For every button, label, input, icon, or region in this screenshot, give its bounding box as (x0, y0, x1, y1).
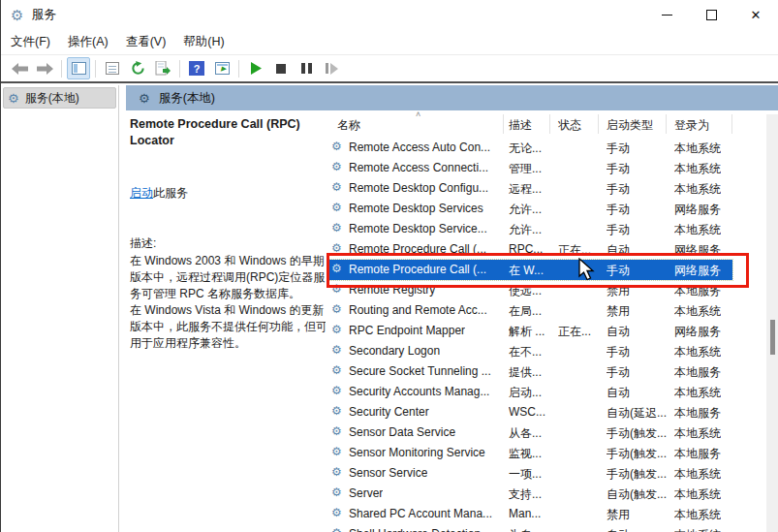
back-button[interactable] (8, 57, 31, 79)
service-logon: 本地系统 (674, 486, 721, 503)
service-row[interactable]: ⚙ Remote Access Auto Con... 无论... 手动 本地系… (327, 138, 732, 158)
service-row[interactable]: ⚙ Security Center WSC... 自动(延迟... 本地服务 (327, 402, 732, 422)
menu-action[interactable]: 操作(A) (68, 34, 109, 50)
toolbar-separator (95, 60, 96, 78)
band-gear-icon: ⚙ (139, 92, 150, 105)
service-logon: 本地系统 (674, 141, 721, 157)
column-divider[interactable] (731, 114, 732, 134)
service-status: 正在... (558, 242, 591, 259)
column-divider[interactable] (666, 114, 667, 134)
maximize-button[interactable] (689, 0, 733, 29)
toolbar-separator (179, 60, 180, 78)
service-name: RPC Endpoint Mapper (349, 324, 465, 337)
menu-view[interactable]: 查看(V) (126, 34, 167, 50)
service-row[interactable]: ⚙ Routing and Remote Acc... 在局... 禁用 本地系… (327, 300, 732, 321)
service-row[interactable]: ⚙ Remote Registry 使远... 禁用 本地服务 (327, 280, 732, 300)
menu-help[interactable]: 帮助(H) (183, 34, 224, 50)
refresh-button[interactable] (126, 57, 149, 79)
service-row[interactable]: ⚙ Remote Access Connecti... 管理... 手动 本地系… (327, 158, 732, 178)
service-row[interactable]: ⚙ Security Accounts Manag... 启动... 自动 本地… (327, 382, 732, 402)
service-desc: 远程... (509, 181, 542, 198)
service-row[interactable]: ⚙ Server 支持... 自动(触发... 本地系统 (327, 484, 732, 504)
minimize-button[interactable] (644, 0, 689, 29)
service-row[interactable]: ⚙ Shell Hardware Detection 为自... 自动 本地系统 (327, 524, 732, 532)
scrollbar-thumb[interactable] (770, 320, 775, 355)
title-bar: ⚙ 服务 ✕ (1, 0, 778, 29)
service-row[interactable]: ⚙ Remote Desktop Configu... 远程... 手动 本地系… (327, 178, 732, 199)
column-header-name[interactable]: 名称 (337, 117, 360, 134)
export-list-icon (155, 61, 171, 76)
help-button[interactable]: ? (185, 57, 208, 79)
stop-service-icon (276, 64, 286, 74)
sort-ascending-icon: ˄ (416, 110, 420, 119)
service-row[interactable]: ⚙ Remote Procedure Call (... 在 W... 手动 网… (327, 260, 732, 280)
properties-icon (106, 62, 119, 75)
service-row[interactable]: ⚙ Remote Procedure Call (... RPC... 正在..… (327, 239, 732, 260)
show-console-tree-button[interactable] (67, 57, 90, 79)
service-desc: 在局... (509, 303, 542, 320)
service-row[interactable]: ⚙ Secondary Logon 在不... 手动 本地系统 (327, 341, 732, 361)
column-header-desc[interactable]: 描述 (509, 117, 532, 134)
service-logon: 本地服务 (674, 283, 721, 299)
close-button[interactable]: ✕ (733, 0, 778, 29)
forward-button[interactable] (33, 57, 56, 79)
start-service-button[interactable] (244, 57, 267, 79)
start-service-link[interactable]: 启动 (130, 186, 153, 200)
service-row[interactable]: ⚙ Shared PC Account Mana... Man... 禁用 本地… (327, 504, 732, 524)
service-row[interactable]: ⚙ Secure Socket Tunneling ... 提供... 手动 本… (327, 361, 732, 382)
service-desc: 在 W... (509, 263, 544, 279)
service-gear-icon: ⚙ (331, 141, 342, 152)
service-name: Sensor Monitoring Service (349, 446, 485, 459)
service-row[interactable]: ⚙ Sensor Service 一项... 手动(触发... 本地系统 (327, 463, 732, 484)
show-extended-view-button[interactable]: ▶ (210, 57, 233, 79)
content-area: ⚙ 服务(本地) ⚙ 服务(本地) Remote Procedure Call … (1, 81, 778, 532)
service-row[interactable]: ⚙ Remote Desktop Services 允许... 手动 网络服务 (327, 199, 732, 219)
column-divider[interactable] (503, 114, 504, 134)
properties-button[interactable] (101, 57, 124, 79)
list-header: ˄ 名称 描述 状态 启动类型 登录为 (326, 110, 765, 138)
service-startup: 禁用 (607, 507, 630, 523)
window-title: 服务 (31, 6, 56, 23)
service-list: ˄ 名称 描述 状态 启动类型 登录为 ⚙ Remote Access Auto… (326, 110, 765, 532)
service-logon: 本地服务 (674, 364, 721, 381)
menu-bar: 文件(F) 操作(A) 查看(V) 帮助(H) (1, 29, 778, 55)
service-logon: 本地系统 (674, 466, 721, 483)
stop-service-button[interactable] (269, 57, 293, 79)
export-list-button[interactable] (151, 57, 174, 79)
service-gear-icon: ⚙ (331, 425, 342, 437)
start-service-link-suffix: 此服务 (153, 186, 188, 200)
console-tree-panel: ⚙ 服务(本地) (1, 85, 118, 532)
vertical-scrollbar[interactable] (766, 114, 778, 532)
minimize-icon (662, 15, 672, 16)
menu-file[interactable]: 文件(F) (11, 34, 50, 50)
service-gear-icon: ⚙ (331, 507, 342, 518)
tree-node-services-local[interactable]: ⚙ 服务(本地) (3, 87, 116, 109)
service-logon: 本地系统 (674, 425, 721, 442)
service-desc: 监视... (509, 446, 542, 462)
service-startup: 手动 (607, 263, 630, 279)
restart-service-button[interactable] (320, 57, 343, 79)
service-startup: 自动 (607, 324, 630, 340)
service-startup: 手动 (607, 161, 630, 177)
service-gear-icon: ⚙ (331, 446, 342, 457)
service-row[interactable]: ⚙ Sensor Data Service 从各... 手动(触发... 本地系… (327, 422, 732, 443)
service-desc: 允许... (509, 202, 542, 218)
column-header-status[interactable]: 状态 (558, 117, 581, 134)
service-row[interactable]: ⚙ Remote Desktop Service... 允许... 手动 本地系… (327, 219, 732, 239)
service-row[interactable]: ⚙ RPC Endpoint Mapper 解析 ... 正在... 自动 网络… (327, 321, 732, 341)
service-row[interactable]: ⚙ Sensor Monitoring Service 监视... 手动(触发.… (327, 443, 732, 463)
tree-node-label: 服务(本地) (25, 90, 79, 107)
column-header-startup[interactable]: 启动类型 (607, 117, 653, 134)
column-header-logon[interactable]: 登录为 (674, 117, 709, 134)
pause-service-button[interactable] (295, 57, 318, 79)
service-gear-icon: ⚙ (331, 202, 342, 213)
column-divider[interactable] (549, 114, 550, 134)
service-name: Security Center (349, 405, 429, 419)
service-gear-icon: ⚙ (331, 466, 342, 478)
help-icon: ? (189, 61, 204, 76)
service-startup: 手动(触发... (607, 425, 667, 442)
column-divider[interactable] (598, 114, 599, 134)
service-logon: 网络服务 (674, 263, 721, 279)
services-pane: ⚙ 服务(本地) Remote Procedure Call (RPC) Loc… (125, 85, 778, 532)
service-logon: 网络服务 (674, 324, 721, 340)
